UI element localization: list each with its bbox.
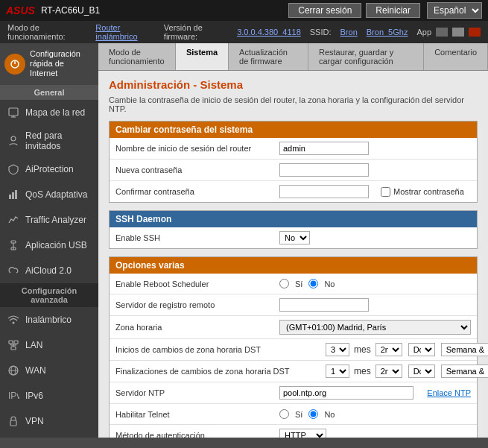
qos-icon [6, 187, 21, 202]
sidebar-label-wan: WAN [25, 365, 46, 376]
tab-system[interactable]: Sistema [176, 43, 229, 70]
radio-telnet-no-label: No [324, 410, 335, 419]
select-enable-ssh[interactable]: No Sí [279, 231, 310, 244]
radio-telnet: Sí No [279, 409, 335, 419]
radio-telnet-no[interactable] [308, 409, 318, 419]
select-auth-method[interactable]: HTTP HTTPS Ambos [279, 429, 326, 438]
row-telnet: Habilitar Telnet Sí No [110, 404, 477, 425]
traffic-icon [6, 212, 21, 227]
page-desc: Cambie la contraseña de inicio de sesión… [109, 95, 478, 113]
misc-header: Opciones varias [110, 257, 477, 274]
mode-label: Modo de funcionamiento: [7, 23, 86, 41]
radio-telnet-si[interactable] [279, 409, 289, 419]
sidebar-item-lan[interactable]: LAN [0, 332, 98, 358]
usb-icon [6, 238, 21, 253]
input-confirm-password[interactable] [279, 185, 369, 198]
svg-rect-6 [9, 195, 11, 199]
sidebar-item-wan[interactable]: WAN [0, 358, 98, 383]
sidebar-label-ipv6: IPv6 [25, 391, 43, 401]
ssid2-link[interactable]: Bron_5Ghz [367, 28, 408, 37]
input-remote-log[interactable] [279, 298, 369, 312]
dst-start-week[interactable]: 2nd [375, 343, 402, 356]
sidebar-item-aicloud[interactable]: AiCloud 2.0 [0, 258, 98, 283]
tab-firmware[interactable]: Actualización de firmware [229, 43, 308, 70]
svg-rect-7 [12, 192, 14, 199]
quick-setup-icon [4, 54, 25, 75]
icon-power [469, 28, 481, 37]
radio-reboot-si-label: Sí [295, 280, 302, 288]
section-misc: Opciones varias Enable Reboot Scheduler … [109, 256, 478, 438]
firmware-value[interactable]: 3.0.0.4.380_4118 [237, 28, 301, 37]
label-confirm-password: Confirmar contraseña [115, 187, 279, 196]
sidebar-label-usb: Aplicación USB [25, 240, 87, 250]
input-login-name[interactable] [279, 142, 369, 155]
row-dst-start: Inicios de cambios de zona horaria DST 3… [110, 339, 477, 361]
sidebar-label-aicloud: AiCloud 2.0 [25, 265, 72, 276]
logout-button[interactable]: Cerrar sesión [288, 3, 361, 18]
vpn-icon [6, 414, 21, 429]
tab-restore[interactable]: Restaurar, guardar y cargar configuració… [308, 43, 424, 70]
language-select[interactable]: Español English [427, 2, 482, 19]
sidebar-item-network-map[interactable]: Mapa de la red [0, 100, 98, 125]
model-name: RT-AC66U_B1 [41, 5, 100, 16]
label-dst-end: Finalizaciones de cambios de zona horari… [115, 367, 324, 376]
svg-rect-13 [9, 341, 13, 344]
sidebar-general-title: General [0, 85, 98, 100]
mode-value[interactable]: Router inalámbrico [95, 23, 154, 41]
row-dst-end: Finalizaciones de cambios de zona horari… [110, 361, 477, 382]
sidebar-item-usb[interactable]: Aplicación USB [0, 233, 98, 258]
row-new-password: Nueva contraseña [110, 160, 477, 181]
radio-telnet-si-label: Sí [295, 410, 302, 419]
dst-start-type[interactable]: Semana & días [441, 343, 488, 356]
dst-end-week[interactable]: 2nd [375, 365, 402, 378]
radio-reboot-si[interactable] [279, 279, 289, 288]
sidebar-label-guest-network: Red para invitados [25, 130, 92, 151]
sidebar-item-wireless[interactable]: Inalámbrico [0, 307, 98, 332]
asus-logo: ASUS [6, 4, 35, 16]
ntp-link[interactable]: Enlace NTP [427, 388, 471, 397]
row-confirm-password: Confirmar contraseña Mostrar contraseña [110, 181, 477, 202]
reboot-button[interactable]: Reiniciar [366, 3, 420, 18]
sidebar-item-traffic[interactable]: Traffic Analyzer [0, 207, 98, 233]
dst-end-month[interactable]: 10 [326, 365, 349, 378]
input-ntp[interactable] [279, 386, 413, 400]
content-area: Modo de funcionamiento Sistema Actualiza… [98, 43, 488, 438]
label-reboot-scheduler: Enable Reboot Scheduler [115, 280, 279, 288]
wan-icon [6, 363, 21, 378]
dst-end-type[interactable]: Semana & días [441, 365, 488, 378]
label-enable-ssh: Enable SSH [115, 233, 279, 242]
label-login-name: Nombre de inicio de sesión del router [115, 144, 279, 153]
select-timezone[interactable]: (GMT+01:00) Madrid, París [279, 320, 471, 335]
ssid1-link[interactable]: Bron [340, 28, 358, 37]
sidebar-quick-setup[interactable]: Configuración rápida de Internet [0, 43, 98, 85]
tab-comment[interactable]: Comentario [424, 43, 488, 70]
row-auth-method: Método de autenticación HTTP HTTPS Ambos [110, 425, 477, 438]
sidebar-item-guest-network[interactable]: Red para invitados [0, 125, 98, 157]
label-timezone: Zona horaria [115, 323, 279, 332]
sidebar-label-traffic: Traffic Analyzer [25, 215, 86, 225]
dst-end-day[interactable]: Dom [408, 365, 435, 378]
dst-start-day[interactable]: Dom [408, 343, 435, 356]
ssh-header: SSH Daemon [110, 211, 477, 227]
tab-bar: Modo de funcionamiento Sistema Actualiza… [98, 43, 488, 71]
label-ntp: Servidor NTP [115, 388, 279, 397]
guest-network-icon [6, 133, 21, 148]
radio-reboot-no[interactable] [308, 279, 318, 288]
dst-start-month[interactable]: 3 [326, 343, 349, 356]
sidebar-item-vpn[interactable]: VPN [0, 408, 98, 434]
firmware-label: Versión de firmware: [164, 23, 228, 41]
top-bar: ASUS RT-AC66U_B1 Cerrar sesión Reiniciar… [0, 0, 488, 21]
page-content: Administración - Sistema Cambie la contr… [98, 71, 488, 438]
row-login-name: Nombre de inicio de sesión del router [110, 138, 477, 160]
radio-reboot-no-label: No [324, 280, 335, 288]
sidebar-item-aiprotection[interactable]: AiProtection [0, 157, 98, 182]
sidebar-item-ipv6[interactable]: IPv6 IPv6 [0, 383, 98, 408]
tab-mode[interactable]: Modo de funcionamiento [98, 43, 176, 70]
sidebar-item-qos[interactable]: QoS Adaptativa [0, 182, 98, 207]
sidebar-item-firewall[interactable]: Firewall [0, 434, 98, 438]
show-password-checkbox[interactable] [381, 187, 390, 197]
svg-text:IPv6: IPv6 [8, 391, 19, 401]
input-new-password[interactable] [279, 163, 369, 177]
sidebar-label-qos: QoS Adaptativa [25, 189, 87, 200]
sidebar-label-vpn: VPN [25, 416, 44, 426]
